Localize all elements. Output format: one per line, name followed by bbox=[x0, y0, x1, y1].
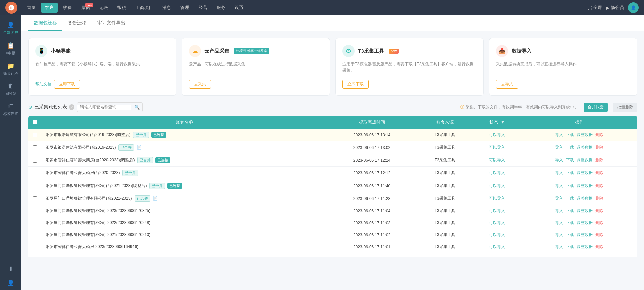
action-调整数据[interactable]: 调整数据 bbox=[577, 208, 593, 213]
row-checkbox[interactable] bbox=[33, 133, 37, 137]
action-下载[interactable]: 下载 bbox=[566, 208, 574, 213]
action-导入[interactable]: 导入 bbox=[555, 232, 563, 237]
action-下载[interactable]: 下载 bbox=[566, 232, 574, 237]
action-删除[interactable]: 删除 bbox=[595, 183, 603, 188]
action-下载[interactable]: 下载 bbox=[566, 220, 574, 225]
nav-item-客户[interactable]: 客户 bbox=[41, 3, 58, 13]
action-删除[interactable]: 删除 bbox=[595, 145, 603, 150]
action-删除[interactable]: 删除 bbox=[595, 132, 603, 137]
sidebar-item-download[interactable]: ⬇ bbox=[6, 262, 16, 276]
row-checkbox[interactable] bbox=[33, 233, 37, 237]
sidebar-item-account-migration[interactable]: 📁 账套迁移 bbox=[0, 59, 21, 79]
merge-accounts-button[interactable]: 合并账套 bbox=[584, 103, 608, 112]
action-删除[interactable]: 删除 bbox=[595, 170, 603, 175]
row-checkbox[interactable] bbox=[33, 184, 37, 188]
action-下载[interactable]: 下载 bbox=[566, 244, 574, 249]
col-status[interactable]: 状态 ▼ bbox=[473, 116, 521, 129]
action-导入[interactable]: 导入 bbox=[555, 132, 563, 137]
xiaochang-download-button[interactable]: 立即下载 bbox=[54, 80, 80, 89]
action-导入[interactable]: 导入 bbox=[555, 145, 563, 150]
fold-icon[interactable]: ⊙ bbox=[28, 104, 32, 110]
action-下载[interactable]: 下载 bbox=[566, 158, 574, 162]
nav-item-设置[interactable]: 设置 bbox=[231, 3, 248, 13]
batch-delete-button[interactable]: 批量删除 bbox=[613, 103, 637, 112]
action-删除[interactable]: 删除 bbox=[595, 208, 603, 213]
search-input[interactable] bbox=[77, 105, 131, 110]
action-下载[interactable]: 下载 bbox=[566, 132, 574, 137]
action-调整数据[interactable]: 调整数据 bbox=[577, 196, 593, 201]
action-调整数据[interactable]: 调整数据 bbox=[577, 244, 593, 249]
action-导入[interactable]: 导入 bbox=[555, 183, 563, 188]
tab-backup-migration[interactable]: 备份迁移 bbox=[62, 15, 92, 31]
action-导入[interactable]: 导入 bbox=[555, 170, 563, 175]
sidebar-item-user[interactable]: 👤 bbox=[6, 276, 16, 290]
nav-badge-票据: new bbox=[85, 3, 93, 7]
row-source-cell: T3采集工具 bbox=[417, 167, 473, 179]
row-time-cell: 2023-06-06 17:11:40 bbox=[327, 179, 417, 192]
row-actions-cell: 导入下载调整数据删除 bbox=[521, 205, 637, 217]
select-all-checkbox[interactable] bbox=[33, 120, 37, 124]
nav-item-首页[interactable]: 首页 bbox=[23, 3, 40, 13]
search-button[interactable]: 🔍 bbox=[131, 103, 142, 112]
nav-item-报税[interactable]: 报税 bbox=[113, 3, 130, 13]
tab-audit-export[interactable]: 审计文件导出 bbox=[92, 15, 131, 31]
action-下载[interactable]: 下载 bbox=[566, 196, 574, 201]
row-file-icon[interactable]: 📄 bbox=[137, 145, 142, 150]
action-导入[interactable]: 导入 bbox=[555, 196, 563, 201]
action-调整数据[interactable]: 调整数据 bbox=[577, 158, 593, 162]
action-下载[interactable]: 下载 bbox=[566, 145, 574, 150]
sidebar-item-all-clients[interactable]: 👤 全部客户 bbox=[0, 18, 21, 39]
action-调整数据[interactable]: 调整数据 bbox=[577, 170, 593, 175]
action-导入[interactable]: 导入 bbox=[555, 158, 563, 162]
action-删除[interactable]: 删除 bbox=[595, 196, 603, 201]
nav-item-管理[interactable]: 管理 bbox=[176, 3, 193, 13]
cloud-title: 云产品采集 bbox=[204, 48, 229, 54]
action-下载[interactable]: 下载 bbox=[566, 183, 574, 188]
nav-item-消息[interactable]: 消息 bbox=[158, 3, 175, 13]
action-删除[interactable]: 删除 bbox=[595, 244, 603, 249]
nav-item-票据[interactable]: 票据new bbox=[77, 3, 94, 13]
tool-card-cloud-header: ☁ 云产品采集 柠檬云 畅客一键采集 bbox=[189, 45, 323, 57]
action-删除[interactable]: 删除 bbox=[595, 232, 603, 237]
row-checkbox[interactable] bbox=[33, 171, 37, 175]
nav-item-记账[interactable]: 记账 bbox=[95, 3, 112, 13]
action-调整数据[interactable]: 调整数据 bbox=[577, 220, 593, 225]
nav-item-工商项目[interactable]: 工商项目 bbox=[131, 3, 157, 13]
sidebar-item-zero-report[interactable]: 📋 0申报 bbox=[0, 39, 21, 59]
row-source-cell: T3采集工具 bbox=[417, 229, 473, 241]
cloud-badge: 柠檬云 畅客一键采集 bbox=[234, 48, 269, 54]
cloud-collect-button[interactable]: 去采集 bbox=[189, 80, 211, 89]
row-checkbox[interactable] bbox=[33, 158, 37, 163]
tab-data-migration[interactable]: 数据包迁移 bbox=[28, 15, 62, 31]
action-调整数据[interactable]: 调整数据 bbox=[577, 183, 593, 188]
user-avatar[interactable]: 👤 bbox=[628, 2, 639, 13]
row-checkbox[interactable] bbox=[33, 145, 37, 150]
action-调整数据[interactable]: 调整数据 bbox=[577, 145, 593, 150]
action-导入[interactable]: 导入 bbox=[555, 244, 563, 249]
app-logo[interactable] bbox=[5, 2, 17, 14]
sidebar-item-tag-settings[interactable]: 🏷 标签设置 bbox=[0, 99, 21, 120]
action-调整数据[interactable]: 调整数据 bbox=[577, 132, 593, 137]
action-调整数据[interactable]: 调整数据 bbox=[577, 232, 593, 237]
nav-item-服务[interactable]: 服务 bbox=[213, 3, 229, 13]
action-下载[interactable]: 下载 bbox=[566, 170, 574, 175]
action-删除[interactable]: 删除 bbox=[595, 220, 603, 225]
nav-item-经营[interactable]: 经营 bbox=[195, 3, 211, 13]
t3-download-button[interactable]: 立即下载 bbox=[342, 80, 369, 89]
help-icon[interactable]: ? bbox=[69, 104, 74, 110]
action-导入[interactable]: 导入 bbox=[555, 220, 563, 225]
row-checkbox[interactable] bbox=[33, 245, 37, 249]
import-go-button[interactable]: 去导入 bbox=[496, 80, 518, 89]
action-删除[interactable]: 删除 bbox=[595, 158, 603, 162]
row-checkbox[interactable] bbox=[33, 196, 37, 201]
sidebar-item-recycle[interactable]: 🗑 回收站 bbox=[0, 79, 21, 99]
nav-item-收费[interactable]: 收费 bbox=[59, 3, 76, 13]
member-button[interactable]: ▶ 畅会员 bbox=[606, 5, 624, 11]
row-actions-cell: 导入下载调整数据删除 bbox=[521, 154, 637, 167]
row-file-icon[interactable]: 📄 bbox=[153, 196, 158, 201]
row-checkbox[interactable] bbox=[33, 209, 37, 213]
action-导入[interactable]: 导入 bbox=[555, 208, 563, 213]
xiaochang-help-link[interactable]: 帮助文档 bbox=[35, 81, 51, 87]
fullscreen-button[interactable]: ⛶ 全屏 bbox=[588, 5, 602, 11]
row-checkbox[interactable] bbox=[33, 221, 37, 225]
